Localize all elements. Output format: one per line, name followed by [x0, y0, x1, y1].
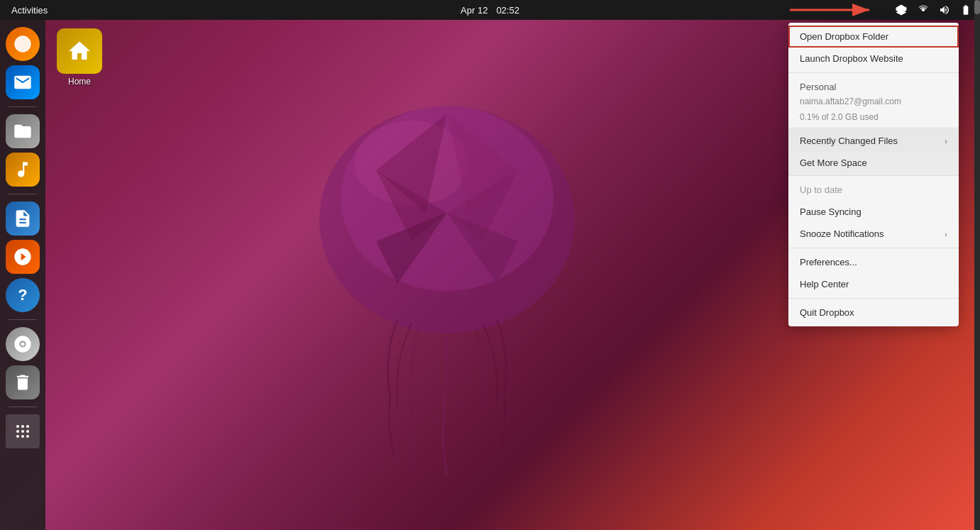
dock-item-firefox[interactable] — [6, 27, 40, 61]
get-more-space-item[interactable]: Get More Space — [788, 152, 959, 174]
dropbox-context-menu: Open Dropbox Folder Launch Dropbox Websi… — [788, 23, 959, 326]
account-storage: 0.1% of 2.0 GB used — [788, 109, 959, 125]
account-type-label: Personal — [788, 76, 959, 94]
svg-point-16 — [16, 430, 19, 433]
svg-point-21 — [26, 435, 29, 438]
topbar-time: 02:52 — [496, 5, 519, 16]
topbar-left: Activities — [6, 5, 53, 16]
menu-section-quit: Quit Dropbox — [788, 299, 959, 326]
account-email: naima.aftab27@gmail.com — [788, 94, 959, 109]
menu-section-settings: Preferences... Help Center — [788, 248, 959, 299]
home-icon — [57, 28, 102, 74]
dock-item-appstore[interactable] — [6, 240, 40, 274]
svg-point-12 — [14, 35, 31, 52]
launch-dropbox-website-item[interactable]: Launch Dropbox Website — [788, 48, 959, 70]
open-dropbox-folder-item[interactable]: Open Dropbox Folder — [788, 26, 959, 48]
recently-changed-files-item[interactable]: Recently Changed Files › — [788, 130, 959, 152]
dock-divider-3 — [9, 319, 37, 320]
scrollbar-thumb[interactable] — [974, 0, 980, 14]
topbar-center: Apr 12 02:52 — [461, 5, 519, 16]
dock-item-disc[interactable] — [6, 327, 40, 361]
svg-point-14 — [21, 425, 24, 428]
topbar-right — [892, 2, 974, 18]
dock-divider-4 — [9, 407, 37, 407]
network-tray-icon[interactable] — [915, 3, 932, 17]
topbar: Activities Apr 12 02:52 — [0, 0, 980, 20]
dock-item-help[interactable]: ? — [6, 278, 40, 312]
dock-item-files[interactable] — [6, 114, 40, 148]
snooze-notifications-item[interactable]: Snooze Notifications › — [788, 223, 959, 245]
volume-tray-icon[interactable] — [936, 3, 953, 17]
help-center-item[interactable]: Help Center — [788, 273, 959, 295]
dock: ? — [0, 20, 45, 530]
pause-syncing-item[interactable]: Pause Syncing — [788, 201, 959, 223]
dock-item-trash[interactable] — [6, 365, 40, 399]
menu-section-files: Recently Changed Files › Get More Space — [788, 128, 959, 176]
svg-point-15 — [26, 425, 29, 428]
up-to-date-status: Up to date — [788, 179, 959, 201]
dock-item-writer[interactable] — [6, 201, 40, 236]
svg-point-18 — [26, 430, 29, 433]
dock-divider-2 — [9, 194, 37, 194]
scrollbar[interactable] — [974, 0, 980, 530]
preferences-item[interactable]: Preferences... — [788, 251, 959, 273]
menu-section-sync: Up to date Pause Syncing Snooze Notifica… — [788, 176, 959, 248]
menu-section-primary: Open Dropbox Folder Launch Dropbox Websi… — [788, 23, 959, 73]
recently-changed-chevron: › — [945, 137, 947, 145]
quit-dropbox-item[interactable]: Quit Dropbox — [788, 302, 959, 324]
dock-item-thunderbird[interactable] — [6, 65, 40, 99]
svg-point-19 — [16, 435, 19, 438]
snooze-notifications-chevron: › — [945, 230, 947, 238]
svg-point-20 — [21, 435, 24, 438]
menu-section-account: Personal naima.aftab27@gmail.com 0.1% of… — [788, 73, 959, 128]
svg-point-17 — [21, 430, 24, 433]
topbar-date: Apr 12 — [461, 5, 488, 16]
home-icon-label: Home — [68, 77, 91, 87]
svg-point-13 — [16, 425, 19, 428]
dock-item-apps-grid[interactable] — [6, 414, 40, 448]
desktop-icon-home[interactable]: Home — [57, 28, 102, 87]
dock-divider-1 — [9, 106, 37, 107]
dock-item-rhythmbox[interactable] — [6, 153, 40, 187]
activities-button[interactable]: Activities — [6, 5, 53, 16]
dropbox-tray-icon[interactable] — [892, 2, 910, 18]
battery-tray-icon[interactable] — [957, 3, 974, 17]
